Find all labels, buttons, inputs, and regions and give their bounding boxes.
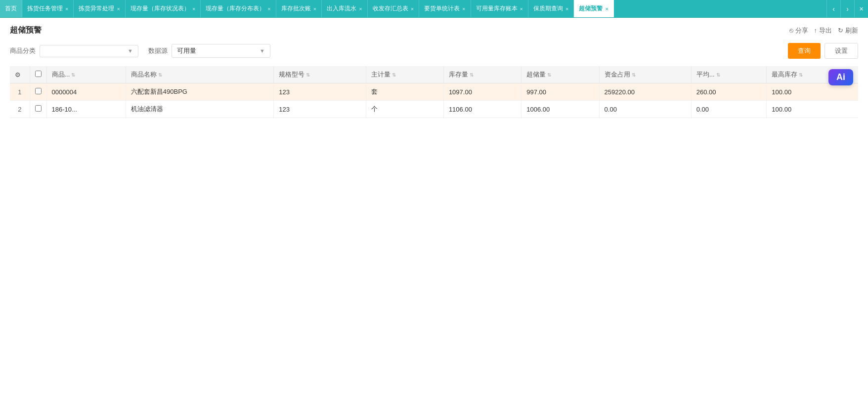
stock-qty: 1106.00 (443, 101, 521, 118)
th-overstock[interactable]: 超储量 ⇅ (521, 66, 599, 83)
select-all-checkbox[interactable] (35, 71, 42, 77)
sort-icon: ⇅ (392, 72, 396, 78)
nav-tab-receive-summary[interactable]: 收发存汇总表 × (368, 0, 419, 17)
nav-tab-inventory-status[interactable]: 现存量（库存状况表） × (126, 0, 201, 17)
sort-icon: ⇅ (547, 72, 551, 78)
close-icon[interactable]: × (313, 6, 316, 12)
capital-occupancy: 0.00 (599, 101, 691, 118)
th-stock[interactable]: 库存量 ⇅ (443, 66, 521, 83)
nav-tab-task-mgmt[interactable]: 拣货任务管理 × (22, 0, 74, 17)
nav-tab-available-qty[interactable]: 可用量库存账本 × (471, 0, 528, 17)
table-row: 1 0000004 六配套新昌490BPG 123 套 1097.00 997.… (10, 83, 858, 101)
close-icon[interactable]: × (359, 6, 362, 12)
row-number: 1 (10, 83, 30, 101)
th-unit[interactable]: 主计量 ⇅ (366, 66, 443, 83)
close-icon[interactable]: × (462, 6, 465, 12)
sort-icon: ⇅ (799, 72, 803, 78)
th-gear: ⚙ (10, 66, 30, 83)
category-select[interactable]: ▼ (40, 45, 138, 57)
ai-button[interactable]: Ai (828, 69, 853, 85)
page-header: 超储预警 ⎋ 分享 ↑ 导出 ↻ 刷新 (10, 25, 858, 36)
share-button[interactable]: ⎋ 分享 (789, 26, 808, 35)
filter-row: 商品分类 ▼ 数据源 可用量 ▼ 查询 设置 (10, 43, 858, 59)
share-icon: ⎋ (789, 27, 793, 34)
refresh-icon: ↻ (838, 27, 843, 34)
datasource-label: 数据源 (148, 46, 168, 55)
filter-buttons: 查询 设置 (788, 43, 858, 59)
nav-tab-batch-account[interactable]: 库存批次账 × (276, 0, 322, 17)
product-name: 六配套新昌490BPG (126, 83, 274, 101)
unit: 套 (366, 83, 443, 101)
sort-icon: ⇅ (470, 72, 474, 78)
th-avg-price[interactable]: 平均... ⇅ (691, 66, 767, 83)
close-icon[interactable]: × (565, 6, 568, 12)
avg-price: 0.00 (691, 101, 767, 118)
capital-occupancy: 259220.00 (599, 83, 691, 101)
table-header: ⚙ 商品... ⇅ 商品名称 ⇅ (10, 66, 858, 83)
max-stock: 100.00 (767, 83, 858, 101)
product-code: 186-10... (46, 101, 126, 118)
header-actions: ⎋ 分享 ↑ 导出 ↻ 刷新 (789, 26, 859, 35)
nav-tab-home[interactable]: 首页 (0, 0, 22, 17)
datasource-select[interactable]: 可用量 ▼ (172, 44, 270, 58)
row-checkbox-cell (30, 101, 46, 118)
close-icon[interactable]: × (192, 6, 195, 12)
chevron-down-icon: ▼ (260, 48, 265, 54)
category-label: 商品分类 (10, 46, 36, 55)
nav-arrows: ‹ › × (826, 0, 868, 17)
category-filter: 商品分类 ▼ (10, 45, 138, 57)
chevron-down-icon: ▼ (128, 48, 133, 54)
th-capital[interactable]: 资金占用 ⇅ (599, 66, 691, 83)
nav-tab-exception[interactable]: 拣货异常处理 × (74, 0, 125, 17)
sort-icon: ⇅ (716, 72, 720, 78)
nav-tab-overstock-warning[interactable]: 超储预警 × (574, 0, 613, 17)
sort-icon: ⇅ (306, 72, 310, 78)
product-name: 机油滤清器 (126, 101, 274, 118)
refresh-button[interactable]: ↻ 刷新 (838, 26, 858, 35)
close-icon[interactable]: × (411, 6, 414, 12)
nav-next-button[interactable]: › (840, 0, 854, 17)
datasource-filter: 数据源 可用量 ▼ (148, 44, 270, 58)
nav-prev-button[interactable]: ‹ (826, 0, 840, 17)
sort-icon: ⇅ (71, 72, 75, 78)
export-button[interactable]: ↑ 导出 (814, 26, 832, 35)
row-checkbox[interactable] (35, 105, 42, 112)
export-icon: ↑ (814, 27, 818, 34)
overstock-qty: 997.00 (521, 83, 599, 101)
table-row: 2 186-10... 机油滤清器 123 个 1106.00 1006.00 … (10, 101, 858, 118)
close-icon[interactable]: × (117, 6, 120, 12)
close-icon[interactable]: × (267, 6, 270, 12)
row-number: 2 (10, 101, 30, 118)
stock-qty: 1097.00 (443, 83, 521, 101)
close-icon[interactable]: × (520, 6, 523, 12)
nav-tab-requisition-stats[interactable]: 要货单统计表 × (419, 0, 471, 17)
row-checkbox-cell (30, 83, 46, 101)
spec: 123 (274, 101, 366, 118)
th-product-name[interactable]: 商品名称 ⇅ (126, 66, 274, 83)
nav-tab-inventory-dist[interactable]: 现存量（库存分布表） × (201, 0, 276, 17)
unit: 个 (366, 101, 443, 118)
overstock-qty: 1006.00 (521, 101, 599, 118)
close-icon[interactable]: × (65, 6, 68, 12)
spec: 123 (274, 83, 366, 101)
th-checkbox (30, 66, 46, 83)
th-spec[interactable]: 规格型号 ⇅ (274, 66, 366, 83)
sort-icon: ⇅ (158, 72, 162, 78)
top-navigation: 首页 拣货任务管理 × 拣货异常处理 × 现存量（库存状况表） × 现存量（库存… (0, 0, 868, 18)
nav-tab-inout-flow[interactable]: 出入库流水 × (322, 0, 367, 17)
settings-button[interactable]: 设置 (825, 43, 858, 59)
product-code: 0000004 (46, 83, 126, 101)
max-stock: 100.00 (767, 101, 858, 118)
row-checkbox[interactable] (35, 88, 42, 94)
page-content: 超储预警 ⎋ 分享 ↑ 导出 ↻ 刷新 商品分类 ▼ 数据源 (0, 18, 868, 395)
data-table: ⚙ 商品... ⇅ 商品名称 ⇅ (10, 66, 858, 118)
datasource-value: 可用量 (177, 46, 196, 55)
th-product-code[interactable]: 商品... ⇅ (46, 66, 126, 83)
sort-icon: ⇅ (632, 72, 636, 78)
nav-tab-expiry-query[interactable]: 保质期查询 × (528, 0, 574, 17)
gear-icon[interactable]: ⚙ (15, 71, 21, 79)
close-icon[interactable]: × (605, 6, 608, 12)
category-value (45, 47, 47, 55)
nav-close-button[interactable]: × (854, 0, 868, 17)
query-button[interactable]: 查询 (788, 43, 821, 59)
